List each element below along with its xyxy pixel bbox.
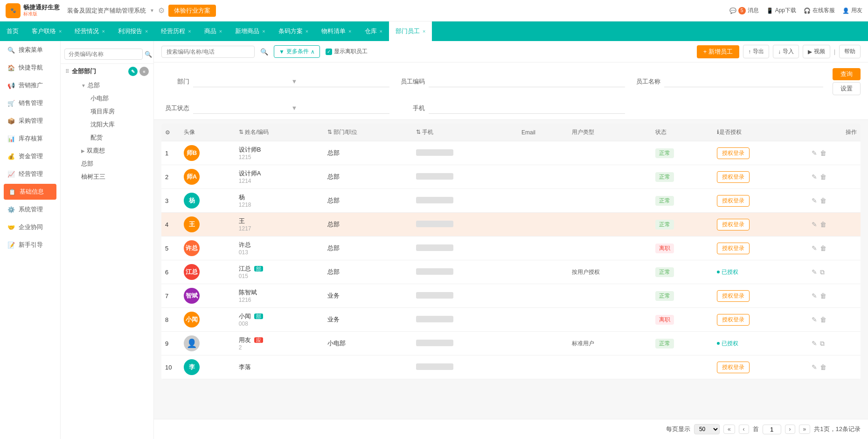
tab-close-icon[interactable]: ×: [306, 28, 308, 34]
edit-icon[interactable]: ✎: [812, 268, 817, 276]
sidebar-item-collab[interactable]: 🤝 企业协同: [0, 218, 60, 236]
next-page-btn[interactable]: ›: [785, 425, 795, 434]
first-page-btn[interactable]: «: [723, 425, 735, 434]
emp-code-input[interactable]: [429, 76, 625, 87]
sidebar-item-quicknav[interactable]: 🏠 快捷导航: [0, 59, 60, 77]
dept-item-xiangmu[interactable]: 项目库房: [76, 105, 153, 118]
edit-icon[interactable]: ✎: [812, 316, 817, 323]
auth-login-btn[interactable]: 授权登录: [717, 147, 750, 159]
dept-item-shenyang[interactable]: 沈阳大库: [76, 118, 153, 131]
tab-close-icon[interactable]: ×: [102, 28, 104, 34]
sidebar-item-system[interactable]: ⚙️ 系统管理: [0, 201, 60, 218]
tab-close-icon[interactable]: ×: [59, 28, 62, 34]
sidebar-item-purchase[interactable]: 📦 采购管理: [0, 112, 60, 130]
tab-barcode[interactable]: 条码方案×: [272, 21, 315, 41]
sidebar-item-inventory[interactable]: 📊 库存核算: [0, 130, 60, 147]
query-btn[interactable]: 查询: [833, 68, 861, 80]
auth-login-btn[interactable]: 授权登录: [717, 219, 750, 230]
export-btn[interactable]: ↑ 导出: [743, 45, 769, 58]
tab-close-icon[interactable]: ×: [219, 28, 222, 34]
per-page-select[interactable]: 50 100 200: [694, 424, 720, 434]
edit-icon[interactable]: ✎: [812, 197, 817, 204]
edit-icon[interactable]: ✎: [812, 149, 817, 157]
tab-close-icon[interactable]: ×: [348, 28, 351, 34]
dept-search-input[interactable]: [64, 49, 143, 60]
help-btn[interactable]: 帮助: [839, 45, 861, 58]
delete-icon[interactable]: 🗑: [820, 173, 826, 181]
auth-login-btn[interactable]: 授权登录: [717, 195, 750, 207]
col-dept[interactable]: ⇅ 部门/职位: [324, 124, 412, 141]
auth-login-btn[interactable]: 授权登录: [717, 243, 750, 254]
emp-name-input[interactable]: [664, 76, 823, 87]
edit-icon[interactable]: ✎: [812, 244, 817, 252]
trial-button[interactable]: 体验行业方案: [168, 5, 216, 17]
edit-dept-btn[interactable]: ✎: [128, 67, 138, 76]
tab-history[interactable]: 经营历程×: [154, 21, 197, 41]
search-input[interactable]: [161, 46, 255, 58]
dept-item-shuangluxiang[interactable]: ▶ 双鹿想: [66, 144, 153, 157]
page-input[interactable]: [763, 425, 781, 434]
tab-profit[interactable]: 利润报告×: [111, 21, 154, 41]
edit-icon[interactable]: ✎: [812, 340, 817, 348]
sidebar-item-basic-info[interactable]: 📋 基础信息: [4, 184, 56, 200]
tab-goods[interactable]: 商品×: [198, 21, 229, 41]
sidebar-item-search[interactable]: 🔍 搜索菜单: [0, 41, 60, 59]
tab-warehouse[interactable]: 仓库×: [358, 21, 389, 41]
sidebar-item-guide[interactable]: 📝 新手引导: [0, 236, 60, 254]
copy-icon[interactable]: ⧉: [820, 268, 825, 276]
search-icon[interactable]: 🔍: [260, 48, 268, 56]
sidebar-item-finance[interactable]: 💰 资金管理: [0, 147, 60, 165]
tab-add-goods[interactable]: 新增商品×: [229, 21, 271, 41]
dept-item-zongbu2[interactable]: 总部: [66, 157, 153, 170]
dept-search-icon[interactable]: 🔍: [145, 51, 152, 58]
online-service-item[interactable]: 🎧 在线客服: [804, 7, 835, 14]
dept-item-youshuwang[interactable]: 柚树王三: [66, 170, 153, 183]
dept-item-zongbu[interactable]: ▼ 总部: [66, 79, 153, 92]
auth-login-btn[interactable]: 授权登录: [717, 314, 750, 326]
delete-icon[interactable]: 🗑: [820, 244, 826, 252]
sidebar-item-ops[interactable]: 📈 经营管理: [0, 165, 60, 183]
edit-icon[interactable]: ✎: [812, 221, 817, 228]
auth-login-btn[interactable]: 授权登录: [717, 171, 750, 183]
copy-icon[interactable]: ⧉: [820, 340, 825, 348]
tab-close-icon[interactable]: ×: [188, 28, 191, 34]
sidebar-item-marketing[interactable]: 📢 营销推广: [0, 77, 60, 94]
tab-close-icon[interactable]: ×: [145, 28, 148, 34]
col-phone[interactable]: ⇅ 手机: [412, 124, 518, 141]
edit-icon[interactable]: ✎: [812, 173, 817, 181]
settings-icon[interactable]: ⚙: [158, 6, 165, 15]
delete-icon[interactable]: 🗑: [820, 292, 826, 300]
show-resigned-toggle[interactable]: ✓ 显示离职员工: [326, 48, 368, 56]
dept-filter-select[interactable]: ▼: [193, 76, 389, 87]
tab-close-icon[interactable]: ×: [380, 28, 382, 34]
user-item[interactable]: 👤 用友: [842, 7, 862, 14]
sidebar-item-sales[interactable]: 🛒 销售管理: [0, 94, 60, 112]
auth-login-btn[interactable]: 授权登录: [717, 290, 750, 302]
tab-close-icon[interactable]: ×: [262, 28, 265, 34]
last-page-btn[interactable]: »: [799, 425, 811, 434]
tab-bom[interactable]: 物料清单×: [315, 21, 358, 41]
system-dropdown-icon[interactable]: ▼: [150, 8, 154, 13]
app-download-item[interactable]: 📱 App下载: [766, 7, 796, 14]
more-conditions-btn[interactable]: ▼ 更多条件 ∧: [274, 45, 320, 58]
view-btn[interactable]: ▶ 视频: [803, 45, 830, 58]
col-settings[interactable]: ⚙: [161, 124, 180, 141]
tab-customer[interactable]: 客户联络×: [25, 21, 68, 41]
tab-dept-employee[interactable]: 部门员工×: [389, 21, 432, 41]
edit-icon[interactable]: ✎: [812, 292, 817, 300]
tab-home[interactable]: 首页: [0, 21, 25, 41]
dept-item-peihuo[interactable]: 配货: [76, 131, 153, 144]
delete-icon[interactable]: 🗑: [820, 197, 826, 204]
delete-icon[interactable]: 🗑: [820, 149, 826, 157]
prev-page-btn[interactable]: ‹: [739, 425, 749, 434]
dept-item-xiaodiandu[interactable]: 小电部: [76, 92, 153, 105]
delete-icon[interactable]: 🗑: [820, 221, 826, 228]
message-item[interactable]: 💬 5 消息: [729, 7, 759, 14]
col-name-code[interactable]: ⇅ 姓名/编码: [235, 124, 324, 141]
delete-icon[interactable]: 🗑: [820, 363, 826, 371]
add-employee-btn[interactable]: + 新增员工: [697, 45, 739, 58]
import-btn[interactable]: ↓ 导入: [773, 45, 799, 58]
set-btn[interactable]: 设置: [833, 82, 861, 95]
tab-close-icon[interactable]: ×: [423, 28, 425, 34]
collapse-dept-btn[interactable]: «: [139, 67, 149, 76]
